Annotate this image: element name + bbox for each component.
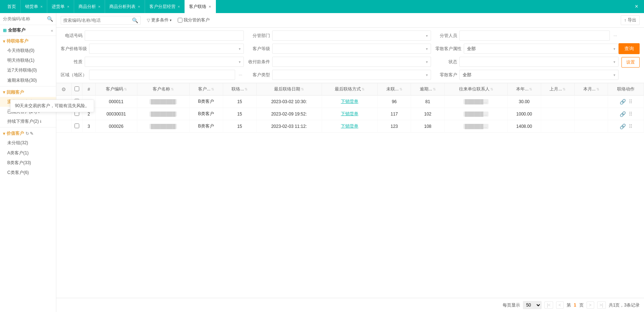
link-action-icon[interactable]: 🔗 xyxy=(620,111,626,117)
close-icon[interactable]: × xyxy=(209,4,211,9)
sidebar-item-overdue[interactable]: 逾期未联络(30) xyxy=(0,76,56,85)
sidebar-search-input[interactable] xyxy=(3,16,45,21)
checkbox-col-header[interactable] xyxy=(71,83,82,96)
arrow-down-icon: ▾ xyxy=(3,90,5,95)
row-select-checkbox[interactable] xyxy=(75,123,79,128)
customer-type-select[interactable]: ▾ xyxy=(272,70,431,80)
per-page-select[interactable]: 50 100 200 xyxy=(523,301,542,309)
sidebar-item-7days[interactable]: 近7天待联络(0) xyxy=(0,65,56,75)
dept-select[interactable]: ▾ xyxy=(272,31,431,41)
next-page-button[interactable]: > xyxy=(587,301,594,309)
nav-tab-analysis-list[interactable]: 商品分析列表 × xyxy=(105,0,145,13)
nature-select[interactable]: ▾ xyxy=(85,57,244,67)
region-dots[interactable]: ··· xyxy=(237,72,244,77)
search-input[interactable] xyxy=(63,18,130,23)
close-icon[interactable]: × xyxy=(40,4,43,9)
settings-button[interactable]: 设置 xyxy=(621,57,640,68)
my-customers-filter[interactable]: 我分管的客户 xyxy=(178,17,210,23)
row-last-method[interactable]: 下销货单 xyxy=(322,120,378,133)
manager-dots[interactable]: ··· xyxy=(612,33,619,38)
row-this-month xyxy=(575,108,608,120)
close-icon[interactable]: × xyxy=(138,4,140,9)
select-all-checkbox[interactable] xyxy=(75,86,79,91)
grid-action-icon[interactable]: ⠿ xyxy=(629,99,632,105)
prev-page-button[interactable]: < xyxy=(556,301,564,309)
arrow-down-icon: ▾ xyxy=(3,39,5,44)
overdue-col-header[interactable]: 逾期...⇅ xyxy=(411,83,444,96)
nav-tab-analysis[interactable]: 商品分析 × xyxy=(74,0,105,13)
payment-select[interactable]: ▾ xyxy=(272,57,431,67)
sidebar-item-a-class[interactable]: A类客户(1) xyxy=(0,148,56,158)
grid-action-icon[interactable]: ⠿ xyxy=(629,111,632,117)
phone-input[interactable] xyxy=(85,31,244,41)
row-action: 🔗 ⠿ xyxy=(608,96,644,108)
nav-tab-home[interactable]: 首页 xyxy=(3,0,21,13)
manager-select[interactable] xyxy=(459,31,610,41)
status-select[interactable]: ▾ xyxy=(459,57,619,67)
this-month-col-header[interactable]: 本月...⇅ xyxy=(575,83,608,96)
uncontacted-col-header[interactable]: 未联...⇅ xyxy=(378,83,411,96)
section-review-customers[interactable]: ▾ 回顾客户 xyxy=(0,87,56,97)
refresh-icon[interactable]: ↻ xyxy=(25,131,29,136)
this-year-col-header[interactable]: 本年...⇅ xyxy=(507,83,541,96)
sidebar-item-today[interactable]: 今天待联络(0) xyxy=(0,46,56,56)
region-select[interactable] xyxy=(89,70,235,80)
type-col-header[interactable]: 客户...⇅ xyxy=(189,83,223,96)
more-conditions-button[interactable]: ▽ 更多条件 ▾ xyxy=(144,15,175,25)
sort-icon: ⇅ xyxy=(124,87,127,91)
contacts-col-header[interactable]: 联络...⇅ xyxy=(223,83,256,96)
close-icon[interactable]: × xyxy=(178,4,180,9)
sidebar-item-b-class[interactable]: B类客户(33) xyxy=(0,158,56,168)
content-area: 🔍 ▽ 更多条件 ▾ 我分管的客户 ↑ 导出 xyxy=(56,13,644,312)
collapse-icon[interactable]: « xyxy=(51,28,53,33)
price-level-select[interactable]: ▾ xyxy=(89,44,244,54)
row-last-method[interactable]: 下销货单 xyxy=(322,96,378,108)
sidebar-item-ungroup[interactable]: 未分组(32) xyxy=(0,138,56,148)
payment-label: 收付款条件 xyxy=(248,59,270,65)
sidebar-all-customers[interactable]: ⊞ 全部客户 « xyxy=(0,25,56,36)
sidebar-item-declining[interactable]: 持续下滑客户(2) ℹ xyxy=(0,117,56,126)
grid-action-icon[interactable]: ⠿ xyxy=(629,123,632,129)
section-pending-contact[interactable]: ▾ 待联络客户 xyxy=(0,36,56,46)
close-icon[interactable]: × xyxy=(98,4,100,9)
price-level-label: 客户价格等级 xyxy=(61,46,87,52)
chevron-down-icon: ▾ xyxy=(613,47,615,51)
info-icon: ℹ xyxy=(40,119,41,123)
nav-tab-purchase[interactable]: 进货单 × xyxy=(47,0,74,13)
unit-contact-col-header[interactable]: 往来单位联系人⇅ xyxy=(444,83,507,96)
sidebar-item-c-class[interactable]: C类客户(6) xyxy=(0,168,56,178)
search-button[interactable]: 🔍 xyxy=(132,17,138,23)
table-row: 2 00030031 ████████ B类客户 15 2023-02-09 1… xyxy=(56,108,644,120)
settings-col-header[interactable]: ⚙ xyxy=(56,83,71,96)
edit-icon[interactable]: ✎ xyxy=(30,131,33,136)
scatter-customer-select[interactable]: 全部 ▾ xyxy=(459,70,619,80)
last-page-button[interactable]: >| xyxy=(597,301,606,309)
row-checkbox[interactable] xyxy=(71,120,82,133)
customer-level-select[interactable]: ▾ xyxy=(272,44,431,54)
close-icon[interactable]: × xyxy=(67,4,69,9)
export-button[interactable]: ↑ 导出 xyxy=(621,15,640,25)
scatter-attr-select[interactable]: 全部 ▾ xyxy=(464,44,619,54)
first-page-button[interactable]: |< xyxy=(544,301,553,309)
region-label: 区域（地区） xyxy=(61,72,87,78)
name-col-header[interactable]: 客户名称⇅ xyxy=(137,83,189,96)
section-value-customers[interactable]: ▾ 价值客户 ↻ ✎ xyxy=(0,128,56,138)
nav-tab-customer-tier[interactable]: 客户分层经营 × xyxy=(145,0,185,13)
row-overdue: 81 xyxy=(411,96,444,108)
last-month-col-header[interactable]: 上月...⇅ xyxy=(541,83,574,96)
query-button[interactable]: 查询 xyxy=(619,43,640,54)
row-last-method[interactable]: 下销货单 xyxy=(322,108,378,120)
link-action-icon[interactable]: 🔗 xyxy=(620,123,626,129)
gear-icon[interactable]: ⚙ xyxy=(61,86,66,92)
nav-tab-customer-contact[interactable]: 客户联络 × xyxy=(185,0,216,13)
sort-icon: ⇅ xyxy=(245,87,247,91)
link-action-icon[interactable]: 🔗 xyxy=(620,99,626,105)
my-customers-checkbox[interactable] xyxy=(178,18,182,23)
last-method-col-header[interactable]: 最后联络方式⇅ xyxy=(322,83,378,96)
nav-close-all-button[interactable]: × xyxy=(632,2,641,11)
nav-tab-sales[interactable]: 销货单 × xyxy=(21,0,47,13)
sidebar-item-tomorrow[interactable]: 明天待联络(1) xyxy=(0,56,56,65)
code-col-header[interactable]: 客户编码⇅ xyxy=(95,83,137,96)
filter-row-2: 客户价格等级 ▾ 客户等级 ▾ xyxy=(61,44,619,54)
last-contact-col-header[interactable]: 最后联络日期⇅ xyxy=(256,83,322,96)
